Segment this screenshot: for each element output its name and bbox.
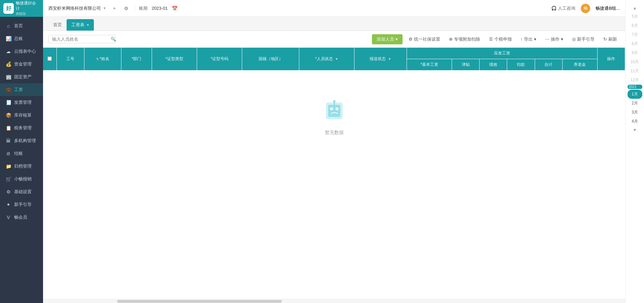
th-submit-status: 报送状态 ▼ [354, 48, 407, 71]
sidebar-icon-7: 📦 [5, 113, 11, 118]
year-month-10月: 10月 [628, 57, 642, 67]
add-company-btn[interactable]: ＋ [110, 4, 118, 12]
svg-rect-3 [336, 107, 338, 110]
search-box[interactable]: 🔍 [48, 35, 116, 43]
company-selector[interactable]: 西安虾米网络科技有限公司 ▼ [48, 5, 106, 11]
sidebar-label-2: 云报表中心 [14, 48, 36, 54]
sidebar-item-1[interactable]: 📊 总账 [0, 32, 43, 45]
operation-btn[interactable]: ⋯ 操作 ▾ [542, 35, 566, 44]
tab-payroll[interactable]: 工资表 ✕ [67, 19, 94, 31]
sidebar-item-4[interactable]: 🏢 固定资产 [0, 71, 43, 83]
svg-rect-1 [328, 105, 340, 117]
sidebar-item-8[interactable]: 📋 税务管理 [0, 122, 43, 134]
export-btn[interactable]: ↑ 导出 ▾ [518, 35, 539, 44]
sidebar-item-5[interactable]: 💼 工资 [0, 83, 43, 96]
special-deduction-btn[interactable]: ⊕ 专项附加扣除 [446, 35, 483, 44]
social-insurance-icon: ⚙ [409, 37, 413, 42]
sidebar-label-14: 新手引导 [14, 202, 32, 208]
year-down-btn[interactable]: ▼ [631, 126, 639, 134]
sidebar-item-9[interactable]: 🏛 多机构管理 [0, 134, 43, 147]
th-total: 合计 [535, 59, 562, 71]
social-insurance-label: 统一社保设置 [414, 36, 440, 42]
toolbar-actions: 添加人员 ▾ ⚙ 统一社保设置 ⊕ 专项附加扣除 ☰ 个税申报 ↑ 导出 ▾ ⋯ [372, 34, 620, 44]
tax-label: 个税申报 [494, 36, 512, 42]
guide-btn[interactable]: ◎ 新手引导 [569, 35, 597, 44]
th-allowance: 津贴 [452, 59, 480, 71]
year-month-4月[interactable]: 4月 [628, 117, 642, 126]
horizontal-scrollbar[interactable] [43, 299, 625, 303]
year-month-12月: 12月 [628, 76, 642, 85]
user-avatar[interactable]: 畅 [581, 4, 590, 13]
manual-service-btn[interactable]: 🎧 人工咨询 [551, 5, 575, 11]
operation-icon: ⋯ [545, 37, 550, 42]
guide-label: 新手引导 [577, 36, 595, 42]
th-name[interactable]: *姓名 [84, 48, 121, 71]
sidebar-label-13: 基础设置 [14, 189, 32, 195]
sidebar-item-14[interactable]: ✦ 新手引导 [0, 198, 43, 211]
th-basic-salary: *基本工资 [407, 59, 452, 71]
sidebar-icon-0: ⌂ [5, 23, 11, 29]
period-label: 账期 [139, 5, 148, 11]
year-up-btn[interactable]: ▲ [631, 4, 639, 12]
tab-home-label: 首页 [53, 22, 62, 28]
sidebar-nav: ⌂ 首页 📊 总账 ☁ 云报表中心 💰 资金管理 🏢 固定资产 💼 工资 🧾 发… [0, 17, 43, 303]
sidebar-item-0[interactable]: ⌂ 首页 [0, 19, 43, 32]
tab-close-btn[interactable]: ✕ [86, 23, 89, 27]
year-month-2月[interactable]: 2月 [628, 99, 642, 108]
emp-status-filter-icon[interactable]: ▼ [335, 57, 338, 61]
svg-point-4 [333, 100, 336, 103]
calendar-icon[interactable]: 📅 [172, 6, 178, 11]
sidebar-label-8: 税务管理 [14, 125, 32, 131]
th-checkbox[interactable] [43, 48, 56, 71]
year-month-11月: 11月 [628, 67, 642, 76]
submit-status-filter-icon[interactable]: ▼ [388, 57, 391, 61]
select-all-checkbox[interactable] [47, 56, 52, 61]
sidebar-label-10: 结账 [14, 150, 23, 157]
year-month-3月[interactable]: 3月 [628, 108, 642, 117]
th-nationality: 国籍（地区） [242, 48, 299, 71]
sidebar-item-12[interactable]: 🛒 小畅报销 [0, 173, 43, 185]
sidebar-item-13[interactable]: ⚙ 基础设置 [0, 185, 43, 198]
year-month-1月[interactable]: 1月 [628, 90, 642, 99]
sidebar-icon-3: 💰 [5, 61, 11, 67]
sidebar-icon-9: 🏛 [5, 138, 11, 143]
tab-home[interactable]: 首页 [48, 19, 67, 31]
settings-btn[interactable]: ⚙ [122, 4, 130, 12]
tax-declaration-btn[interactable]: ☰ 个税申报 [486, 35, 515, 44]
sidebar-label-3: 资金管理 [14, 61, 32, 67]
headset-icon: 🎧 [551, 6, 557, 11]
tax-icon: ☰ [489, 37, 493, 42]
sidebar-item-3[interactable]: 💰 资金管理 [0, 58, 43, 71]
sidebar-item-2[interactable]: ☁ 云报表中心 [0, 45, 43, 58]
app-sub: 旗舰版 [16, 11, 40, 16]
sidebar-icon-1: 📊 [5, 36, 11, 41]
year-badge: 2023 [628, 85, 642, 89]
sidebar-label-6: 发票管理 [14, 99, 32, 105]
year-month-8月: 8月 [628, 39, 642, 48]
sidebar-item-15[interactable]: V 畅会员 [0, 211, 43, 224]
sidebar-item-7[interactable]: 📦 库存核算 [0, 109, 43, 122]
logo-icon: 好 [3, 3, 14, 14]
add-person-btn[interactable]: 添加人员 ▾ [372, 34, 403, 44]
year-panel: ▲ 5月6月7月8月9月10月11月12月20231月2月3月4月 ▼ [625, 0, 644, 303]
sidebar-item-10[interactable]: ⊘ 结账 [0, 147, 43, 160]
th-dept: *部门 [121, 48, 152, 71]
sidebar-label-7: 库存核算 [14, 112, 32, 118]
sidebar-label-5: 工资 [14, 87, 23, 93]
topbar: 西安虾米网络科技有限公司 ▼ ＋ ⚙ 账期 2023-01 📅 🎧 人工咨询 畅… [43, 0, 625, 17]
main-area: 西安虾米网络科技有限公司 ▼ ＋ ⚙ 账期 2023-01 📅 🎧 人工咨询 畅… [43, 0, 625, 303]
sidebar-label-9: 多机构管理 [14, 138, 36, 144]
social-insurance-btn[interactable]: ⚙ 统一社保设置 [406, 35, 443, 44]
company-dropdown-arrow: ▼ [103, 6, 106, 10]
sidebar-item-6[interactable]: 🧾 发票管理 [0, 96, 43, 109]
add-person-dropdown-icon: ▾ [395, 37, 398, 42]
user-name: 畅捷通B组... [596, 5, 620, 11]
special-deduction-icon: ⊕ [449, 37, 453, 42]
export-arrow: ▾ [534, 37, 536, 42]
sidebar-icon-2: ☁ [5, 49, 11, 54]
sidebar-icon-6: 🧾 [5, 100, 11, 105]
refresh-btn[interactable]: ↻ 刷新 [601, 35, 620, 44]
sidebar-item-11[interactable]: 📁 归档管理 [0, 160, 43, 173]
scrollbar-thumb[interactable] [117, 300, 282, 303]
search-input[interactable] [52, 37, 109, 42]
